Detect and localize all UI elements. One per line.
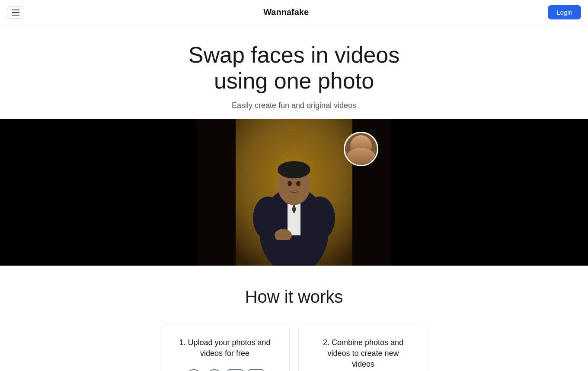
hero-title-line1: Swap faces in videos [189, 42, 400, 67]
hamburger-button[interactable] [7, 6, 24, 19]
svg-point-13 [305, 197, 335, 240]
hero-section: Swap faces in videos using one photo Eas… [0, 25, 588, 119]
svg-point-26 [357, 155, 365, 162]
hamburger-line [12, 15, 19, 16]
svg-point-10 [288, 181, 292, 186]
face-photo-overlay [344, 132, 378, 166]
svg-point-17 [345, 133, 377, 165]
video-bg-right [391, 119, 588, 266]
video-section [0, 119, 588, 266]
how-it-works-section: How it works 1. Upload your photos and v… [0, 266, 588, 371]
hero-subtitle: Easily create fun and original videos [9, 101, 579, 110]
video-bg-left [0, 119, 197, 266]
card-upload-title: 1. Upload your photos and videos for fre… [178, 337, 272, 359]
video-thumbnail[interactable] [197, 119, 391, 266]
svg-point-25 [350, 151, 372, 165]
hamburger-line [12, 12, 19, 13]
hamburger-line [12, 10, 19, 10]
svg-line-22 [357, 142, 360, 142]
svg-point-19 [355, 139, 367, 152]
svg-rect-15 [272, 240, 292, 266]
upload-icons-row: ☺ ☻ ▶ ▶ [178, 369, 272, 371]
login-button[interactable]: Login [548, 5, 581, 19]
svg-point-21 [362, 142, 365, 145]
hero-title: Swap faces in videos using one photo [9, 42, 579, 94]
video-icon-1: ▶ [227, 369, 243, 371]
logo: Wannafake [263, 7, 309, 17]
svg-rect-16 [296, 240, 316, 266]
section-title: How it works [9, 287, 579, 307]
svg-point-11 [296, 181, 300, 186]
svg-point-9 [278, 161, 310, 178]
card-combine: 2. Combine photos and videos to create n… [298, 324, 428, 371]
video-icon-2: ▶ [248, 369, 264, 371]
cards-row: 1. Upload your photos and videos for fre… [9, 324, 579, 371]
face-icon-2: ☻ [206, 369, 223, 371]
card-combine-title: 2. Combine photos and videos to create n… [316, 337, 410, 370]
svg-point-18 [354, 137, 368, 153]
header: Wannafake Login [0, 0, 588, 25]
card-upload: 1. Upload your photos and videos for fre… [160, 324, 290, 371]
hero-title-line2: using one photo [214, 68, 374, 93]
svg-rect-3 [197, 119, 236, 266]
face-icon-1: ☺ [185, 369, 202, 371]
svg-point-20 [357, 142, 360, 145]
face-svg [345, 133, 377, 165]
svg-line-23 [362, 142, 365, 142]
